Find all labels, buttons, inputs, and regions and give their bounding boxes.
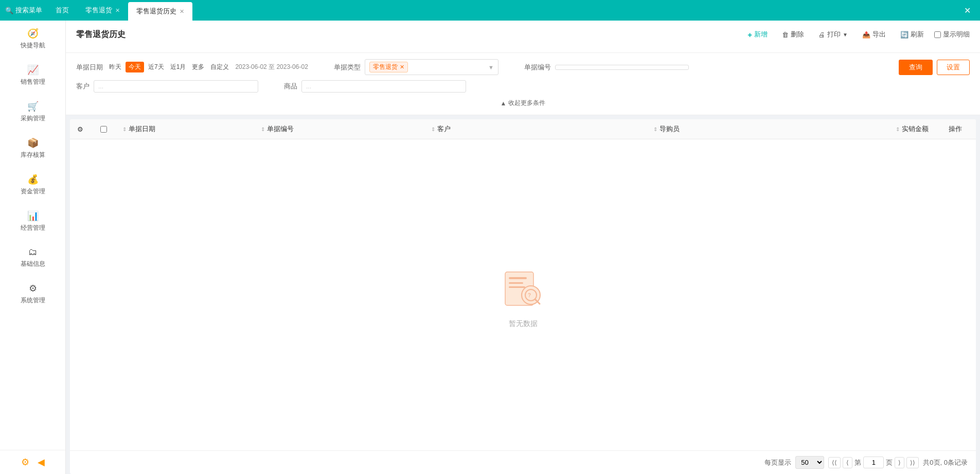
th-action: 操作 [935,119,976,139]
pagination: 每页显示 20 50 100 ⟨⟨ ⟨ 第 1 页 ⟩ ⟩⟩ 共0页, 0条记录 [70,450,976,474]
th-amount[interactable]: ⇕ 实销金额 [817,119,935,139]
order-no-filter: 单据编号 [524,63,689,72]
tab-retail-return-history[interactable]: 零售退货历史 ✕ [128,2,192,21]
quick-nav-icon: 🧭 [27,28,39,39]
th-checkbox[interactable] [91,119,116,139]
customer-filter: 客户 ... [76,80,258,93]
show-detail-checkbox[interactable] [934,31,941,38]
refresh-button[interactable]: 🔄 刷新 [896,28,928,41]
set-button[interactable]: 设置 [937,60,970,75]
tab-retail-return-history-close[interactable]: ✕ [180,8,184,15]
date-shortcuts: 昨天 今天 近7天 近1月 更多 自定义 [107,62,231,72]
th-guide[interactable]: ⇕ 导购员 [647,119,817,139]
query-set-actions: 查询 设置 [899,60,970,75]
per-page-select[interactable]: 20 50 100 [795,456,824,469]
customer-input[interactable]: ... [94,80,258,93]
search-area[interactable]: 🔍 搜索菜单 [5,6,42,15]
sort-icon-date: ⇕ [122,126,127,132]
date-today[interactable]: 今天 [126,62,144,72]
finance-icon: 💰 [27,174,39,185]
sidebar: 🧭 快捷导航 📈 销售管理 🛒 采购管理 📦 库存核算 💰 资金管理 📊 经营管… [0,21,66,474]
goods-filter: 商品 ... [284,80,466,93]
date-custom[interactable]: 自定义 [208,62,231,72]
sidebar-item-basic-info[interactable]: 🗂 基础信息 [0,240,65,276]
show-detail-checkbox-label[interactable]: 显示明细 [934,30,970,39]
first-page-button[interactable]: ⟨⟨ [828,457,841,468]
select-all-checkbox[interactable] [100,126,107,133]
sidebar-item-label: 经营管理 [21,224,45,232]
collapse-label: 收起更多条件 [508,99,545,107]
search-menu-label: 搜索菜单 [15,6,42,15]
export-button[interactable]: 📤 导出 [858,28,890,41]
date-1month[interactable]: 近1月 [168,62,188,72]
svg-rect-1 [509,277,527,279]
query-button[interactable]: 查询 [899,60,933,75]
sidebar-item-system[interactable]: ⚙ 系统管理 [0,276,65,312]
tag-close-icon[interactable]: ✕ [400,64,404,70]
prev-page-button[interactable]: ⟨ [843,457,852,468]
order-no-label: 单据编号 [524,63,551,72]
sidebar-item-label: 快捷导航 [21,41,45,50]
sidebar-item-sales[interactable]: 📈 销售管理 [0,57,65,94]
date-yesterday[interactable]: 昨天 [107,62,123,72]
inventory-icon: 📦 [27,137,39,149]
main-layout: 🧭 快捷导航 📈 销售管理 🛒 采购管理 📦 库存核算 💰 资金管理 📊 经营管… [0,21,980,474]
th-date[interactable]: ⇕ 单据日期 [116,119,255,139]
customer-label: 客户 [76,82,90,91]
tab-retail-return-close[interactable]: ✕ [115,7,120,14]
collapse-up-icon: ▲ [501,100,507,107]
refresh-icon: 🔄 [900,31,908,39]
print-icon: 🖨 [818,31,825,39]
collapse-sidebar-icon[interactable]: ◀ [38,457,45,468]
order-type-select[interactable]: 零售退货 ✕ ▼ [365,59,498,75]
order-no-input[interactable] [555,65,689,70]
last-page-button[interactable]: ⟩⟩ [906,457,919,468]
content-area: 零售退货历史 + 新增 🗑 删除 🖨 打印 ▼ [66,21,980,474]
tab-bar: 首页 零售退货 ✕ 零售退货历史 ✕ [47,0,960,21]
delete-button[interactable]: 🗑 删除 [778,28,808,41]
collapse-row: ▲ 收起更多条件 [76,98,970,108]
sidebar-item-management[interactable]: 📊 经营管理 [0,203,65,240]
th-customer[interactable]: ⇕ 客户 [425,119,648,139]
tab-retail-return-label: 零售退货 [85,6,112,15]
sidebar-item-label: 系统管理 [21,296,45,305]
th-settings[interactable]: ⚙ [70,119,91,139]
current-page-input[interactable]: 1 [863,457,884,468]
window-close-button[interactable]: ✕ [960,6,975,15]
goods-input[interactable]: ... [301,80,466,93]
order-type-tag: 零售退货 ✕ [369,62,408,72]
date-more[interactable]: 更多 [190,62,206,72]
sidebar-item-label: 销售管理 [21,78,45,86]
sidebar-bottom: ⚙ ◀ [0,450,65,474]
empty-state: ? 暂无数据 [70,139,976,450]
page-header: 零售退货历史 + 新增 🗑 删除 🖨 打印 ▼ [66,21,980,53]
tab-home-label: 首页 [56,6,69,15]
svg-text:?: ? [528,293,531,298]
next-page-button[interactable]: ⟩ [895,457,904,468]
table-area: ⚙ ⇕ 单据日期 ⇕ 单据编号 ⇕ 客户 ⇕ [70,119,976,474]
table-header: ⚙ ⇕ 单据日期 ⇕ 单据编号 ⇕ 客户 ⇕ [70,119,976,139]
add-button[interactable]: + 新增 [743,28,772,41]
sort-icon-guide: ⇕ [653,126,657,132]
filter-row-2: 客户 ... 商品 ... [76,80,970,93]
tab-home[interactable]: 首页 [47,0,77,21]
print-button[interactable]: 🖨 打印 ▼ [814,28,852,41]
sidebar-item-purchase[interactable]: 🛒 采购管理 [0,94,65,130]
search-icon: 🔍 [5,7,13,14]
basic-info-icon: 🗂 [28,247,38,258]
top-bar: 🔍 搜索菜单 首页 零售退货 ✕ 零售退货历史 ✕ ✕ [0,0,980,21]
collapse-button[interactable]: ▲ 收起更多条件 [494,98,552,108]
export-icon: 📤 [862,31,870,39]
goods-label: 商品 [284,82,297,91]
purchase-icon: 🛒 [27,101,39,112]
sidebar-item-quick-nav[interactable]: 🧭 快捷导航 [0,21,65,57]
sidebar-item-finance[interactable]: 💰 资金管理 [0,167,65,203]
tab-retail-return[interactable]: 零售退货 ✕ [77,0,128,21]
settings-bottom-icon[interactable]: ⚙ [21,457,29,468]
page-title: 零售退货历史 [76,29,126,47]
sidebar-item-inventory[interactable]: 📦 库存核算 [0,130,65,167]
th-order[interactable]: ⇕ 单据编号 [255,119,424,139]
total-info: 共0页, 0条记录 [923,458,968,467]
empty-icon: ? [497,262,549,313]
date-7days[interactable]: 近7天 [146,62,166,72]
